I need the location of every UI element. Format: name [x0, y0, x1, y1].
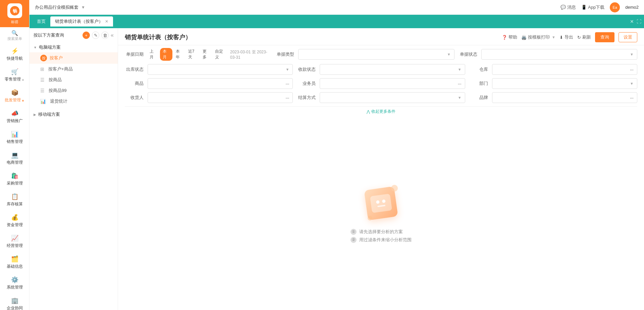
- out-status-arrow-icon: ▼: [285, 67, 289, 71]
- sidebar-item-retail[interactable]: 🛒 零售管理▲: [0, 65, 29, 86]
- help-label: 帮助: [508, 34, 517, 40]
- out-status-select[interactable]: ▼: [148, 64, 293, 75]
- date-tab-7days[interactable]: 近7天: [186, 48, 199, 61]
- filter-row-3: 商品 ··· 业务员 ··· 部门 ▼: [125, 78, 637, 89]
- header-dropdown-icon[interactable]: ▼: [81, 5, 85, 10]
- system-icon: ⚙️: [11, 276, 18, 283]
- sidebar-logo: 畅 标搭: [0, 0, 29, 27]
- receiver-dots: ···: [285, 95, 289, 100]
- refresh-button[interactable]: ↻ 刷新: [577, 34, 591, 40]
- out-status-label: 出库状态: [125, 66, 144, 72]
- step-1-num: ①: [351, 229, 357, 235]
- print-dropdown-icon[interactable]: ▼: [552, 35, 555, 39]
- avatar-text: Ea: [613, 5, 617, 9]
- delete-scheme-button[interactable]: 🗑: [101, 32, 109, 39]
- date-tab-custom[interactable]: 自定义: [213, 48, 227, 61]
- warehouse-dots: ···: [630, 67, 634, 72]
- tree-item-return-stats[interactable]: 📊 退货统计: [30, 96, 118, 107]
- close-tab-icon[interactable]: ✕: [105, 19, 108, 24]
- collapse-panel-icon[interactable]: «: [111, 32, 114, 38]
- right-panel: 销货单统计表（按客户） ❓ 帮助 🖨️ 按模板打印 ▼ ⬇ 导出: [118, 28, 644, 310]
- settlement-arrow-icon: ▼: [458, 96, 462, 100]
- main-area: 办公用品行业模拟账套 ▼ 💬 消息 📱 App下载 Ea demo2 首页 销货…: [30, 0, 644, 310]
- warehouse-input[interactable]: ···: [492, 64, 637, 75]
- tab-home[interactable]: 首页: [32, 16, 50, 27]
- desktop-section-header[interactable]: ▼ 电脑端方案: [30, 42, 118, 52]
- receipt-status-label: 收款状态: [297, 66, 316, 72]
- mobile-arrow-icon: ▶: [34, 113, 36, 116]
- svg-text:畅: 畅: [12, 8, 17, 13]
- help-icon: ❓: [502, 35, 507, 40]
- tree-item-by-goods[interactable]: ☰ 按商品: [30, 74, 118, 85]
- sidebar-item-inventory[interactable]: 📋 库存核算: [0, 190, 29, 210]
- sidebar-item-purchase[interactable]: 🛍️ 采购管理: [0, 169, 29, 190]
- sidebar-item-marketing[interactable]: 📣 营销推广: [0, 106, 29, 127]
- minimize-icon[interactable]: ✕: [630, 19, 634, 24]
- salesperson-input[interactable]: ···: [320, 78, 465, 89]
- desktop-arrow-icon: ▼: [34, 46, 37, 49]
- sidebar-search[interactable]: 🔍 搜索菜单: [0, 27, 29, 44]
- doc-status-select[interactable]: ▼: [481, 49, 637, 60]
- sidebar: 畅 标搭 🔍 搜索菜单 ⚡ 快捷导航 🛒 零售管理▲ 📦 批发管理▲ 📣 营销推…: [0, 0, 30, 310]
- receipt-status-select[interactable]: ▼: [320, 64, 465, 75]
- top-header: 办公用品行业模拟账套 ▼ 💬 消息 📱 App下载 Ea demo2: [30, 0, 644, 15]
- doc-type-select[interactable]: ▼: [298, 49, 454, 60]
- sidebar-item-system[interactable]: ⚙️ 系统管理: [0, 273, 29, 294]
- app-download-button[interactable]: 📱 App下载: [581, 4, 604, 10]
- by-goods-icon: ☰: [40, 77, 45, 83]
- tab-sales-stats[interactable]: 销货单统计表（按客户） ✕: [50, 16, 113, 27]
- sidebar-item-basic[interactable]: 🗂️ 基础信息: [0, 252, 29, 273]
- finance-icon: 💰: [11, 214, 18, 221]
- wholesale-icon: 📦: [11, 89, 18, 96]
- left-panel-header: 按以下方案查询 + ✎ 🗑 «: [30, 28, 118, 41]
- filter-area: 单据日期 上月 本月 本年 近7天 更多 自定义 2023-03-01 至 20…: [118, 45, 644, 118]
- date-control: 上月 本月 本年 近7天 更多 自定义 2023-03-01 至 2023-03…: [148, 48, 271, 61]
- tree-item-by-goods-99[interactable]: ☰ 按商品99: [30, 85, 118, 96]
- left-panel-actions: + ✎ 🗑 «: [83, 32, 114, 39]
- return-stats-label: 退货统计: [50, 98, 67, 104]
- settings-button[interactable]: 设置: [619, 32, 637, 42]
- enterprise-icon: 🏢: [11, 297, 18, 304]
- goods-input[interactable]: ···: [148, 78, 293, 89]
- date-tab-this-month[interactable]: 本月: [160, 48, 172, 61]
- dept-select[interactable]: ▼: [492, 78, 637, 89]
- date-tab-last-month[interactable]: 上月: [148, 48, 159, 61]
- brand-input[interactable]: ···: [492, 92, 637, 103]
- sidebar-item-finance[interactable]: 💰 资金管理: [0, 210, 29, 231]
- message-button[interactable]: 💬 消息: [560, 4, 576, 10]
- sidebar-item-sales[interactable]: 📊 销售管理: [0, 127, 29, 148]
- settlement-select[interactable]: ▼: [320, 92, 465, 103]
- date-tab-more[interactable]: 更多: [201, 48, 212, 61]
- step-2-text: 用过滤条件来缩小分析范围: [359, 237, 412, 243]
- add-scheme-button[interactable]: +: [83, 32, 90, 39]
- user-avatar[interactable]: Ea: [610, 2, 620, 12]
- export-button[interactable]: ⬇ 导出: [559, 34, 573, 40]
- sidebar-item-operations[interactable]: 📈 经营管理: [0, 231, 29, 252]
- step-2-num: ②: [351, 237, 357, 243]
- tree-item-by-customer-goods[interactable]: ⊞ 按客户+商品: [30, 64, 118, 74]
- mobile-section-header[interactable]: ▶ 移动端方案: [30, 109, 118, 119]
- collapse-filter-button[interactable]: ⋀ 收起更多条件: [125, 106, 637, 116]
- salesperson-dots: ···: [458, 81, 462, 86]
- receiver-input[interactable]: ···: [148, 92, 293, 103]
- date-tab-this-year[interactable]: 本年: [174, 48, 185, 61]
- settlement-label: 结算方式: [297, 95, 316, 101]
- dept-arrow-icon: ▼: [630, 82, 634, 86]
- sidebar-nav: ⚡ 快捷导航 🛒 零售管理▲ 📦 批发管理▲ 📣 营销推广 📊 销售管理 💻 电…: [0, 44, 29, 310]
- maximize-icon[interactable]: ⛶: [637, 19, 641, 24]
- by-goods-99-label: 按商品99: [49, 88, 66, 94]
- marketing-icon: 📣: [11, 110, 18, 117]
- sidebar-item-quick-nav[interactable]: ⚡ 快捷导航: [0, 44, 29, 65]
- query-button[interactable]: 查询: [595, 32, 614, 42]
- print-button[interactable]: 🖨️ 按模板打印 ▼: [521, 34, 555, 40]
- edit-scheme-button[interactable]: ✎: [92, 32, 99, 39]
- return-stats-icon: 📊: [40, 99, 46, 104]
- sidebar-item-wholesale[interactable]: 📦 批发管理▲: [0, 86, 29, 106]
- filter-row-2: 出库状态 ▼ 收款状态 ▼ 仓库 ···: [125, 64, 637, 75]
- left-panel-title: 按以下方案查询: [34, 32, 64, 38]
- empty-steps: ① 请先选择要分析的方案 ② 用过滤条件来缩小分析范围: [351, 229, 412, 245]
- sidebar-item-enterprise[interactable]: 🏢 企业协同: [0, 294, 29, 310]
- help-button[interactable]: ❓ 帮助: [502, 34, 517, 40]
- sidebar-item-ecommerce[interactable]: 💻 电商管理: [0, 148, 29, 169]
- tree-item-by-customer[interactable]: 按 按客户: [30, 52, 118, 64]
